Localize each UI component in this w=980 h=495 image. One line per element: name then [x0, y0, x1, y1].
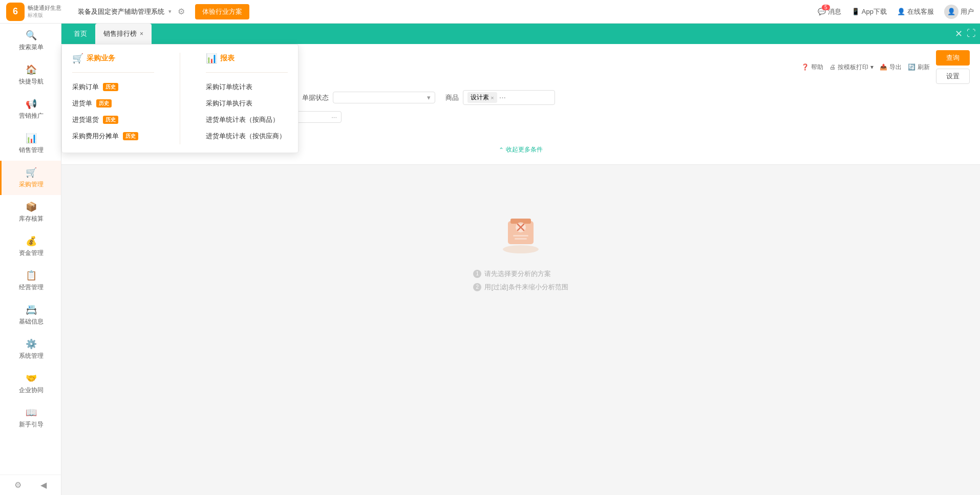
- menu-item-purchase-expense[interactable]: 采购费用分摊单 历史: [72, 128, 154, 144]
- menu-item-purchase-order-exec[interactable]: 采购订单执行表: [206, 95, 288, 112]
- sidebar-collapse-btn[interactable]: ◀: [40, 480, 47, 490]
- menu-item-purchase-order-stat[interactable]: 采购订单统计表: [206, 79, 288, 95]
- sidebar-item-inventory[interactable]: 📦 库存核算: [0, 195, 61, 229]
- sidebar-item-label: 经营管理: [19, 283, 44, 292]
- tab-home[interactable]: 首页: [66, 24, 95, 44]
- query-button[interactable]: 查询: [936, 50, 970, 66]
- menu-item-goods-stat-supplier[interactable]: 进货单统计表（按供应商）: [206, 128, 288, 144]
- logo-tag: 标准版: [28, 12, 61, 19]
- search-icon: 🔍: [26, 30, 37, 41]
- menu-item-label: 采购费用分摊单: [72, 132, 119, 141]
- sidebar-item-label: 新手引导: [19, 420, 44, 429]
- set-button[interactable]: 设置: [936, 69, 970, 84]
- purchase-section-divider: [72, 72, 154, 73]
- top-bar: 6 畅捷通好生意 标准版 装备及固定资产辅助管理系统 ▾ ⚙ 体验行业方案 💬 …: [0, 0, 980, 24]
- purchase-section-title: 🛒 采购业务: [72, 53, 154, 68]
- message-badge: 5: [822, 5, 830, 10]
- tip-num-2: 2: [473, 283, 481, 291]
- status-dropdown-icon[interactable]: ▾: [427, 94, 431, 101]
- sidebar-item-label: 快捷导航: [19, 77, 44, 86]
- sidebar-settings-btn[interactable]: ⚙: [14, 480, 22, 490]
- empty-tips: 1 请先选择要分析的方案 2 用[过滤]条件来缩小分析范围: [473, 267, 568, 294]
- top-right: 💬 5 消息 📱 App下载 👤 在线客服 👤 用户: [818, 5, 974, 19]
- tab-sales-rank[interactable]: 销售排行榜 ×: [95, 24, 152, 44]
- help-btn[interactable]: ❓ 帮助: [801, 50, 823, 84]
- sidebar-item-label: 基础信息: [19, 317, 44, 326]
- sidebar-item-label: 采购管理: [19, 180, 44, 189]
- menu-item-goods-stat-product[interactable]: 进货单统计表（按商品）: [206, 112, 288, 128]
- goods-label: 商品: [445, 93, 459, 102]
- svg-rect-6: [513, 235, 528, 236]
- menu-item-badge-purchase-order: 历史: [103, 83, 118, 91]
- online-service-btn[interactable]: 👤 在线客服: [897, 7, 934, 16]
- goods-tag-close[interactable]: ×: [491, 95, 494, 101]
- message-btn[interactable]: 💬 5 消息: [818, 7, 841, 16]
- system-title: 装备及固定资产辅助管理系统: [78, 7, 164, 16]
- purchase-section: 🛒 采购业务 采购订单 历史 进货单 历史 进货退货 历史 采购费用分摊单 历史: [72, 53, 154, 144]
- tip-num-1: 1: [473, 270, 481, 278]
- basic-icon: 📇: [26, 304, 37, 315]
- menu-item-label: 进货单统计表（按供应商）: [206, 132, 286, 141]
- sidebar-item-capital[interactable]: 💰 资金管理: [0, 229, 61, 264]
- sidebar-item-operations[interactable]: 📋 经营管理: [0, 264, 61, 298]
- menu-item-goods-return[interactable]: 进货退货 历史: [72, 112, 154, 128]
- collapse-btn[interactable]: ⌃ 收起更多条件: [499, 145, 543, 154]
- menu-item-goods-receipt[interactable]: 进货单 历史: [72, 95, 154, 112]
- empty-tip-1: 1 请先选择要分析的方案: [473, 267, 568, 281]
- message-label: 消息: [828, 7, 841, 16]
- settings-icon[interactable]: ⚙: [178, 7, 185, 16]
- menu-item-label: 进货单: [72, 99, 92, 108]
- menu-item-label: 采购订单执行表: [206, 99, 252, 108]
- tab-maximize-btn[interactable]: ⛶: [967, 28, 976, 39]
- report-section-divider: [206, 72, 288, 73]
- sidebar-item-marketing[interactable]: 📢 营销推广: [0, 92, 61, 126]
- menu-item-label: 采购订单: [72, 82, 99, 92]
- sidebar-item-label: 库存核算: [19, 214, 44, 223]
- tab-close-btn[interactable]: ×: [140, 30, 143, 37]
- sidebar-item-basic[interactable]: 📇 基础信息: [0, 298, 61, 332]
- goods-filter-group: 商品 设计素 × ···: [445, 90, 555, 105]
- refresh-icon: 🔄: [908, 63, 915, 71]
- chevron-up-icon: ⌃: [499, 146, 504, 154]
- operations-icon: 📋: [26, 270, 37, 281]
- refresh-label: 刷新: [918, 63, 930, 72]
- online-service-label: 在线客服: [907, 7, 934, 16]
- tab-home-label: 首页: [74, 29, 87, 38]
- app-download-label: App下载: [862, 7, 887, 16]
- sidebar-item-enterprise[interactable]: 🤝 企业协同: [0, 367, 61, 401]
- help-label: 帮助: [811, 63, 823, 72]
- report-section: 📊 报表 采购订单统计表 采购订单执行表 进货单统计表（按商品） 进货单统计表（…: [206, 53, 288, 144]
- industry-btn[interactable]: 体验行业方案: [195, 4, 249, 19]
- logo-area: 6 畅捷通好生意 标准版: [6, 3, 68, 21]
- goods-tag: 设计素 ×: [467, 92, 497, 103]
- menu-item-badge-goods-return: 历史: [103, 116, 118, 124]
- sidebar-item-label: 企业协同: [19, 386, 44, 395]
- salesman-ellipsis[interactable]: ···: [331, 113, 337, 121]
- tip-text-2: 用[过滤]条件来缩小分析范围: [484, 281, 568, 294]
- sidebar-item-sales[interactable]: 📊 销售管理: [0, 126, 61, 161]
- purchase-dropdown-menu: 🛒 采购业务 采购订单 历史 进货单 历史 进货退货 历史 采购费用分摊单 历史…: [61, 44, 299, 153]
- print-template-btn[interactable]: 🖨 按模板打印 ▾: [829, 50, 874, 84]
- system-title-area: 装备及固定资产辅助管理系统 ▾ ⚙ 体验行业方案: [78, 4, 249, 19]
- sidebar-item-guide[interactable]: 📖 新手引导: [0, 401, 61, 435]
- chevron-down-icon[interactable]: ▾: [168, 8, 172, 15]
- menu-item-badge-purchase-expense: 历史: [123, 132, 138, 140]
- goods-tag-input[interactable]: 设计素 × ···: [463, 90, 555, 105]
- tab-close-window-btn[interactable]: ✕: [955, 28, 963, 39]
- menu-item-purchase-order[interactable]: 采购订单 历史: [72, 79, 154, 95]
- menu-item-label: 进货退货: [72, 115, 99, 124]
- home-icon: 🏠: [26, 64, 37, 75]
- app-download-btn[interactable]: 📱 App下载: [851, 7, 887, 16]
- tip-text-1: 请先选择要分析的方案: [484, 267, 551, 281]
- sidebar-item-purchase[interactable]: 🛒 采购管理: [0, 161, 61, 195]
- user-btn[interactable]: 👤 用户: [944, 5, 974, 19]
- sidebar-item-system[interactable]: ⚙️ 系统管理: [0, 332, 61, 367]
- sidebar-item-search[interactable]: 🔍 搜索菜单: [0, 24, 61, 58]
- sidebar-item-quick[interactable]: 🏠 快捷导航: [0, 58, 61, 92]
- ellipsis-btn[interactable]: ···: [499, 93, 506, 102]
- export-btn[interactable]: 📤 导出: [880, 50, 902, 84]
- print-template-label: 按模板打印: [838, 63, 868, 72]
- refresh-btn[interactable]: 🔄 刷新: [908, 50, 930, 84]
- user-label: 用户: [961, 7, 974, 16]
- capital-icon: 💰: [26, 235, 37, 247]
